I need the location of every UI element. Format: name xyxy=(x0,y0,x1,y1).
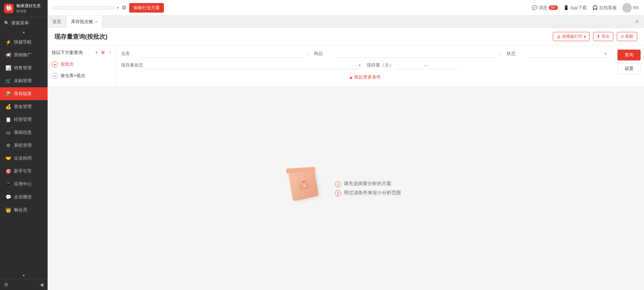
topbar: ▾ ⚙ 体验行业方案 💬 消息 99+ 📱 App下载 🎧 在线客服 Rit xyxy=(48,0,644,16)
user-area[interactable]: Rit xyxy=(622,3,639,13)
topbar-search-input[interactable] xyxy=(53,6,114,10)
experience-btn[interactable]: 体验行业方案 xyxy=(129,3,164,13)
nav-label-finance: 资金管理 xyxy=(14,104,32,110)
filter-warehouse-field: 仓库 ··· xyxy=(121,50,310,58)
tab-home[interactable]: 首页 xyxy=(48,16,66,28)
sidebar-item-collab[interactable]: 🤝 企业协同 xyxy=(0,152,48,165)
product-dots[interactable]: ··· xyxy=(499,51,503,56)
inv-qty-to[interactable] xyxy=(430,61,457,69)
nav-label-apps: 应用中心 xyxy=(14,181,32,187)
filter-row-2: 现存量状态 ▼ 现存量（主） xyxy=(121,61,609,69)
online-service-btn[interactable]: 🎧 在线客服 xyxy=(592,5,617,11)
panel-close-btn[interactable]: ✕ xyxy=(630,18,644,25)
warehouse-dots[interactable]: ··· xyxy=(306,51,310,56)
filter-collapse-row[interactable]: ▲ 收起更多条件 xyxy=(121,72,609,82)
sidebar-item-marketing[interactable]: 📢 营销推广 xyxy=(0,49,48,61)
sidebar-item-shortcuts[interactable]: ⚡ 快捷导航 xyxy=(0,36,48,49)
nav-label-newbie: 新手引导 xyxy=(14,168,32,174)
content-area: 现存量查询(按批次) 🖨 按模板打印 ▾ ⬆ 导出 ↺ 刷新 xyxy=(48,28,644,290)
collapse-label: 收起更多条件 xyxy=(354,74,381,80)
sidebar-scroll-down[interactable]: ▼ xyxy=(0,272,48,279)
scheme-warehouse-batch-label: 按仓库+批次 xyxy=(61,73,85,79)
nav-label-collab: 企业协同 xyxy=(14,155,32,161)
nav-icon-basic: 🗂 xyxy=(5,130,11,135)
inv-qty-from[interactable] xyxy=(395,61,423,69)
tab-close-btn[interactable]: × xyxy=(95,19,98,24)
nav-label-shortcuts: 快捷导航 xyxy=(14,39,32,45)
messages-btn[interactable]: 💬 消息 99+ xyxy=(532,5,558,11)
nav-label-marketing: 营销推广 xyxy=(14,52,32,58)
settings-icon[interactable]: ⚙ xyxy=(4,282,9,287)
sidebar: 畅 畅康通好生意 标准版 🔍 搜索菜单 ▲ ⚡ 快捷导航 📢 营销推广 📊 销售… xyxy=(0,0,48,290)
sidebar-item-basic[interactable]: 🗂 基础信息 xyxy=(0,126,48,139)
app-download-btn[interactable]: 📱 App下载 xyxy=(563,5,587,11)
main-area: ▾ ⚙ 体验行业方案 💬 消息 99+ 📱 App下载 🎧 在线客服 Rit xyxy=(48,0,644,290)
box-svg xyxy=(296,178,311,192)
topbar-settings-icon[interactable]: ⚙ xyxy=(122,4,126,11)
product-label: 商品 xyxy=(314,51,334,57)
filter-product-field: 商品 ··· xyxy=(314,50,503,58)
nav-icon-system: ⚙ xyxy=(5,143,11,148)
collapse-icon[interactable]: ◀ xyxy=(40,282,44,287)
topbar-left: ▾ ⚙ 体验行业方案 xyxy=(53,3,528,13)
nav-label-system: 系统管理 xyxy=(14,142,32,148)
sidebar-item-members[interactable]: 👑 畅会员 xyxy=(0,203,48,216)
sidebar-item-sales[interactable]: 📊 销售管理 xyxy=(0,61,48,74)
sidebar-search[interactable]: 🔍 搜索菜单 xyxy=(0,17,48,29)
nav-icon-apps: 📱 xyxy=(5,181,11,187)
sidebar-item-wechat[interactable]: 💬 企业微信 xyxy=(0,191,48,203)
app-logo: 畅 xyxy=(4,4,14,13)
sidebar-item-newbie[interactable]: 🎯 新手引导 xyxy=(0,165,48,178)
scheme-settings-icon[interactable]: ⊕ xyxy=(101,50,105,56)
sidebar-nav: ⚡ 快捷导航 📢 营销推广 📊 销售管理 🛒 采购管理 📦 库存核算 💰 资金管… xyxy=(0,36,48,272)
nav-icon-wechat: 💬 xyxy=(5,194,11,200)
sidebar-item-system[interactable]: ⚙ 系统管理 xyxy=(0,139,48,152)
warehouse-input[interactable] xyxy=(143,50,303,58)
sidebar-item-operation[interactable]: 📋 经营管理 xyxy=(0,113,48,126)
inv-status-select[interactable] xyxy=(145,61,363,69)
scheme-warehouse-batch-icon: ● xyxy=(52,73,58,79)
sidebar-header: 畅 畅康通好生意 标准版 xyxy=(0,0,48,17)
scheme-collapse-icon[interactable]: 《 xyxy=(107,50,111,56)
sidebar-item-inventory[interactable]: 📦 库存核算 xyxy=(0,87,48,100)
sidebar-scroll-up[interactable]: ▲ xyxy=(0,29,48,36)
filter-inv-status-field: 现存量状态 ▼ xyxy=(121,61,363,69)
nav-icon-sales: 📊 xyxy=(5,65,11,71)
page-title: 现存量查询(按批次) xyxy=(54,33,107,41)
scheme-header: 按以下方案查询 ＋ ⊕ 《 xyxy=(48,50,115,58)
scheme-header-title: 按以下方案查询 xyxy=(52,50,83,56)
sidebar-item-purchase[interactable]: 🛒 采购管理 xyxy=(0,74,48,87)
tabbar: 首页 库存批次账 × ✕ xyxy=(48,16,644,28)
inv-status-label: 现存量状态 xyxy=(121,62,143,68)
scheme-item-batch[interactable]: ● 按批次 xyxy=(48,58,115,70)
messages-badge: 99+ xyxy=(549,5,558,10)
nav-icon-shortcuts: ⚡ xyxy=(5,39,11,45)
sidebar-item-apps[interactable]: 📱 应用中心 xyxy=(0,178,48,191)
scheme-item-warehouse-batch[interactable]: ● 按仓库+批次 xyxy=(48,70,115,81)
scheme-add-icon[interactable]: ＋ xyxy=(94,50,99,56)
nav-icon-collab: 🤝 xyxy=(5,156,11,161)
tab-label: 库存批次账 xyxy=(71,19,93,25)
collapse-up-icon: ▲ xyxy=(349,75,353,80)
nav-icon-finance: 💰 xyxy=(5,104,11,109)
empty-box-icon xyxy=(288,170,319,201)
sidebar-item-finance[interactable]: 💰 资金管理 xyxy=(0,100,48,113)
product-input[interactable] xyxy=(336,50,495,58)
nav-icon-inventory: 📦 xyxy=(5,91,11,96)
empty-tips: 1 请先选择要分析的方案 2 用过滤条件来缩小分析范围 xyxy=(335,181,401,196)
edition-label: 标准版 xyxy=(16,9,41,14)
nav-label-inventory: 库存核算 xyxy=(14,91,32,97)
username-label: Rit xyxy=(633,5,639,10)
inv-status-select-wrap: ▼ xyxy=(145,61,363,69)
nav-icon-newbie: 🎯 xyxy=(5,168,11,174)
nav-icon-members: 👑 xyxy=(5,207,11,213)
topbar-chevron-icon[interactable]: ▾ xyxy=(117,5,119,10)
messages-label: 消息 xyxy=(539,5,547,11)
nav-label-operation: 经营管理 xyxy=(14,116,32,123)
message-icon: 💬 xyxy=(532,5,537,10)
search-icon: 🔍 xyxy=(4,21,9,25)
tip-2-num: 2 xyxy=(335,190,341,196)
nav-label-basic: 基础信息 xyxy=(14,129,32,135)
scheme-panel: 按以下方案查询 ＋ ⊕ 《 ● 按批次 ● 按仓库+批次 xyxy=(48,46,116,86)
tab-inventory-batch[interactable]: 库存批次账 × xyxy=(66,16,103,28)
